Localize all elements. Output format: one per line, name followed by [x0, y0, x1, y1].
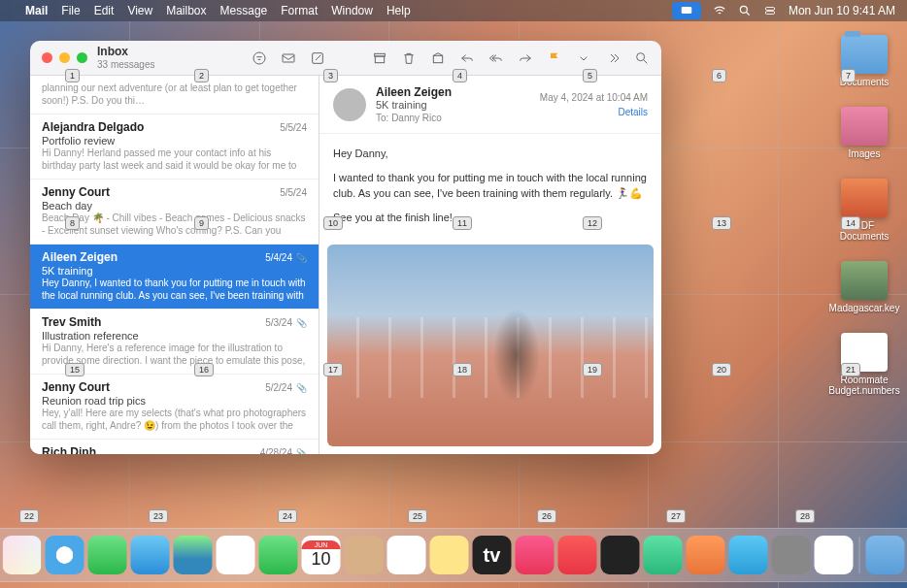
message-row[interactable]: Aileen Zeigen5/4/24📎5K trainingHey Danny…	[30, 245, 319, 310]
screen-share-icon[interactable]	[672, 2, 701, 19]
msg-date: 5/5/24	[280, 187, 307, 198]
menu-view[interactable]: View	[127, 4, 152, 17]
menu-help[interactable]: Help	[386, 4, 411, 17]
dock-safari[interactable]	[46, 536, 84, 574]
reader-timestamp: May 4, 2024 at 10:04 AM	[540, 92, 648, 103]
message-row[interactable]: planning our next adventure (or at least…	[30, 76, 319, 114]
menu-file[interactable]: File	[61, 4, 80, 17]
reply-icon[interactable]	[459, 50, 475, 66]
msg-date: 5/4/24📎	[265, 252, 307, 263]
compose-envelope-icon[interactable]	[281, 50, 296, 66]
reply-all-icon[interactable]	[488, 50, 504, 66]
mail-window: Inbox 33 messages planning our next adve…	[30, 41, 661, 454]
zoom-button[interactable]	[77, 52, 87, 63]
dock-appstore[interactable]	[729, 536, 768, 574]
compose-icon[interactable]	[310, 50, 325, 66]
menu-window[interactable]: Window	[331, 4, 373, 17]
svg-rect-9	[433, 55, 442, 62]
grid-marker: 26	[537, 509, 556, 523]
mailbox-title: Inbox	[97, 46, 154, 58]
delete-icon[interactable]	[401, 50, 417, 66]
reader-subject: 5K training	[376, 99, 452, 111]
app-name[interactable]: Mail	[25, 4, 48, 17]
msg-subject: 5K training	[42, 265, 307, 277]
wifi-icon[interactable]	[713, 4, 726, 17]
dock-calendar[interactable]: JUN10	[302, 536, 341, 574]
chevron-down-icon[interactable]	[576, 50, 591, 66]
grid-marker: 22	[19, 509, 39, 523]
dock-mail[interactable]	[131, 536, 170, 574]
dock-notes[interactable]	[430, 536, 469, 574]
desktop-item[interactable]: Madagascar.key	[829, 261, 899, 313]
desktop-item[interactable]: Documents	[829, 35, 899, 87]
msg-from: Jenny Court	[42, 185, 110, 199]
desktop-item[interactable]: Images	[829, 107, 899, 159]
dock-music[interactable]	[516, 536, 554, 574]
dock-iphone-mirror[interactable]	[815, 536, 854, 574]
menu-mailbox[interactable]: Mailbox	[166, 4, 206, 17]
dock-reminders[interactable]	[387, 536, 426, 574]
msg-subject: Reunion road trip pics	[42, 395, 307, 407]
dock-photos[interactable]	[217, 536, 255, 574]
forward-icon[interactable]	[518, 50, 533, 66]
dock-downloads[interactable]	[866, 536, 905, 574]
msg-preview: Hey Danny, I wanted to thank you for put…	[42, 278, 307, 302]
svg-rect-3	[765, 12, 774, 15]
desktop-item[interactable]: PDF Documents	[829, 179, 899, 242]
message-row[interactable]: Jenny Court5/2/24📎Reunion road trip pics…	[30, 375, 319, 440]
details-link[interactable]: Details	[540, 107, 648, 117]
close-button[interactable]	[42, 52, 52, 63]
minimize-button[interactable]	[59, 52, 70, 63]
msg-from: Alejandra Delgado	[42, 120, 144, 134]
dock-maps[interactable]	[174, 536, 213, 574]
msg-from: Trev Smith	[42, 315, 101, 329]
dock-numbers[interactable]	[644, 536, 683, 574]
menu-format[interactable]: Format	[281, 4, 318, 17]
message-row[interactable]: Jenny Court5/5/24Beach dayBeach Day 🌴 - …	[30, 180, 319, 245]
msg-preview: planning our next adventure (or at least…	[42, 82, 307, 107]
message-list[interactable]: planning our next adventure (or at least…	[30, 76, 319, 454]
window-controls	[42, 52, 87, 63]
dock-tv[interactable]: tv	[473, 536, 512, 574]
reader-to: Danny Rico	[391, 113, 442, 123]
desktop-item-label: PDF Documents	[829, 220, 899, 242]
flag-icon[interactable]	[547, 50, 562, 66]
dock-news[interactable]	[558, 536, 597, 574]
message-row[interactable]: Alejandra Delgado5/5/24Portfolio reviewH…	[30, 114, 319, 180]
desktop-item[interactable]: Roommate Budget.numbers	[829, 333, 899, 396]
dock-facetime[interactable]	[259, 536, 298, 574]
msg-from: Rich Dinh	[42, 445, 96, 454]
menu-edit[interactable]: Edit	[94, 4, 115, 17]
svg-point-10	[637, 52, 645, 60]
msg-date: 4/28/24📎	[260, 447, 307, 454]
msg-preview: Hey, y'all! Here are my selects (that's …	[42, 408, 307, 432]
message-row[interactable]: Rich Dinh4/28/24📎Trip to Zion National P…	[30, 440, 319, 454]
dock-stocks[interactable]	[601, 536, 640, 574]
clock[interactable]: Mon Jun 10 9:41 AM	[789, 4, 895, 17]
filter-icon[interactable]	[252, 50, 267, 66]
msg-preview: Beach Day 🌴 - Chill vibes - Beach games …	[42, 212, 307, 237]
grid-marker: 28	[795, 509, 815, 523]
dock-settings[interactable]	[772, 536, 811, 574]
svg-point-4	[253, 52, 265, 64]
control-center-icon[interactable]	[763, 4, 777, 17]
msg-preview: Hi Danny, Here's a reference image for t…	[42, 343, 307, 367]
attachment-image[interactable]	[327, 245, 654, 446]
more-icon[interactable]	[605, 50, 621, 66]
menu-message[interactable]: Message	[220, 4, 268, 17]
message-row[interactable]: Trev Smith5/3/24📎Illustration referenceH…	[30, 310, 319, 375]
message-count: 33 messages	[97, 59, 154, 70]
search-mail-icon[interactable]	[634, 50, 650, 66]
junk-icon[interactable]	[430, 50, 446, 66]
search-icon[interactable]	[738, 4, 752, 17]
dock-launchpad[interactable]	[3, 536, 42, 574]
archive-icon[interactable]	[372, 50, 387, 66]
attachment-icon: 📎	[296, 383, 307, 393]
msg-subject: Portfolio review	[42, 135, 307, 147]
grid-marker: 20	[712, 363, 731, 376]
to-label: To:	[376, 113, 388, 123]
dock-pages[interactable]	[687, 536, 725, 574]
dock-messages[interactable]	[88, 536, 127, 574]
svg-rect-5	[283, 54, 294, 62]
dock-contacts[interactable]	[345, 536, 384, 574]
